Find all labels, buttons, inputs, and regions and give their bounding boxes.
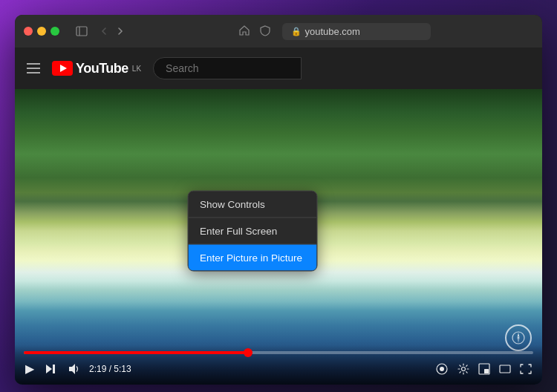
play-button[interactable]: ▶: [24, 360, 36, 377]
close-button[interactable]: [24, 27, 33, 36]
browser-center-icons: [238, 24, 271, 39]
svg-rect-0: [76, 27, 87, 36]
time-display: 2:19 / 5:13: [89, 364, 131, 374]
video-area[interactable]: Show Controls Enter Full Screen Enter Pi…: [15, 89, 542, 385]
minimize-button[interactable]: [37, 27, 46, 36]
svg-marker-8: [69, 364, 75, 374]
svg-rect-13: [484, 369, 489, 373]
controls-left: ▶ 2:19 / 5:13: [24, 360, 131, 377]
settings-button[interactable]: [456, 362, 471, 376]
svg-rect-14: [500, 365, 510, 373]
svg-marker-3: [518, 333, 520, 337]
svg-marker-4: [518, 339, 520, 343]
svg-point-5: [518, 337, 520, 339]
url-text: youtube.com: [305, 26, 360, 37]
browser-window: 🔒 youtube.com YouTubeLK Show Controls En…: [15, 15, 542, 385]
home-icon[interactable]: [238, 24, 250, 39]
youtube-region: LK: [132, 65, 141, 73]
youtube-icon: [52, 61, 73, 76]
context-menu-pip[interactable]: Enter Picture in Picture: [188, 245, 316, 271]
search-input[interactable]: [153, 57, 302, 79]
nav-arrows: [97, 24, 128, 39]
youtube-header: YouTubeLK: [15, 48, 542, 89]
back-button[interactable]: [97, 24, 111, 39]
progress-bar[interactable]: [24, 351, 533, 354]
context-menu-fullscreen[interactable]: Enter Full Screen: [188, 218, 316, 244]
traffic-lights: [24, 27, 59, 36]
miniplayer-button[interactable]: [477, 362, 492, 376]
address-bar-area: 🔒 youtube.com: [135, 23, 533, 40]
nav-icons: [74, 24, 89, 39]
sidebar-toggle-icon[interactable]: [74, 24, 89, 39]
subtitle-button[interactable]: [434, 361, 450, 377]
progress-fill: [24, 351, 248, 354]
video-controls: ▶ 2:19 / 5:13: [15, 345, 542, 385]
volume-button[interactable]: [65, 361, 82, 377]
address-bar[interactable]: 🔒 youtube.com: [282, 23, 431, 40]
next-button[interactable]: [43, 362, 58, 376]
title-bar: 🔒 youtube.com: [15, 15, 542, 48]
hamburger-menu[interactable]: [27, 63, 40, 74]
theater-button[interactable]: [498, 362, 512, 376]
svg-rect-7: [53, 365, 55, 373]
controls-right: [434, 361, 533, 377]
context-menu: Show Controls Enter Full Screen Enter Pi…: [187, 191, 317, 272]
youtube-brand-text: YouTube: [76, 61, 128, 76]
controls-row: ▶ 2:19 / 5:13: [24, 360, 533, 377]
svg-point-11: [462, 367, 466, 370]
progress-dot: [244, 348, 253, 357]
context-menu-show-controls[interactable]: Show Controls: [188, 192, 316, 218]
svg-point-10: [440, 367, 444, 371]
svg-marker-6: [46, 365, 52, 373]
forward-button[interactable]: [113, 24, 128, 39]
fullscreen-button[interactable]: [518, 362, 533, 376]
maximize-button[interactable]: [51, 27, 59, 36]
youtube-logo[interactable]: YouTubeLK: [52, 61, 141, 76]
shield-icon[interactable]: [259, 24, 271, 39]
lock-icon: 🔒: [291, 27, 302, 36]
